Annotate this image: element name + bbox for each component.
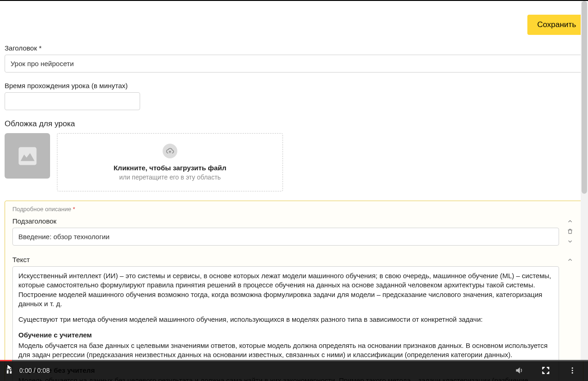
text-label: Текст	[12, 256, 559, 263]
subheading-input[interactable]	[12, 228, 559, 246]
paragraph: Существуют три метода обучения моделей м…	[18, 315, 553, 324]
save-button[interactable]: Сохранить	[527, 15, 586, 35]
subheading-label: Подзаголовок	[12, 217, 559, 225]
image-placeholder-icon	[16, 144, 40, 168]
svg-point-4	[572, 372, 573, 374]
dropzone-sub-text: или перетащите его в эту область	[119, 174, 220, 181]
volume-button[interactable]	[510, 361, 528, 380]
chevron-up-icon	[567, 218, 573, 224]
volume-icon	[514, 366, 524, 375]
pause-button[interactable]	[0, 361, 18, 380]
fullscreen-button[interactable]	[537, 361, 555, 380]
bold-heading: Обучение с учителем	[18, 331, 92, 339]
video-progress-track[interactable]	[0, 360, 588, 361]
chevron-up-icon	[567, 257, 573, 263]
scrollbar-thumb[interactable]	[582, 1, 587, 194]
cover-thumbnail[interactable]	[5, 133, 50, 179]
move-up-button[interactable]	[565, 256, 575, 264]
cover-label: Обложка для урока	[5, 119, 583, 129]
title-label: Заголовок *	[5, 44, 583, 52]
vertical-scrollbar[interactable]	[581, 1, 588, 360]
vertical-dots-icon	[568, 366, 577, 375]
detail-section: Подробное описание * Подзаголовок Текст	[5, 201, 583, 381]
chevron-down-icon	[567, 238, 573, 245]
title-input[interactable]	[5, 55, 583, 73]
pause-icon	[5, 366, 13, 375]
move-down-button[interactable]	[565, 237, 575, 246]
video-control-bar: 0:00 / 0:08	[0, 360, 588, 381]
more-options-button[interactable]	[563, 361, 582, 380]
move-up-button[interactable]	[565, 217, 575, 225]
paragraph: Искусственный интеллект (ИИ) – это систе…	[18, 271, 553, 308]
duration-label: Время прохождения урока (в минутах)	[5, 82, 583, 90]
svg-rect-1	[10, 367, 12, 374]
duration-input[interactable]	[5, 92, 140, 110]
fullscreen-icon	[542, 366, 550, 375]
dropzone-main-text: Кликните, чтобы загрузить файл	[113, 164, 226, 172]
svg-point-3	[572, 370, 573, 371]
upload-cloud-icon	[163, 144, 177, 158]
upload-dropzone[interactable]: Кликните, чтобы загрузить файл или перет…	[57, 133, 283, 191]
svg-rect-0	[7, 367, 9, 374]
trash-icon	[567, 228, 573, 235]
video-time: 0:00 / 0:08	[19, 367, 50, 374]
detail-header: Подробное описание *	[12, 206, 576, 213]
svg-point-2	[572, 367, 573, 369]
paragraph: Модель обучается на базе данных с целевы…	[18, 341, 553, 360]
delete-block-button[interactable]	[565, 227, 575, 235]
